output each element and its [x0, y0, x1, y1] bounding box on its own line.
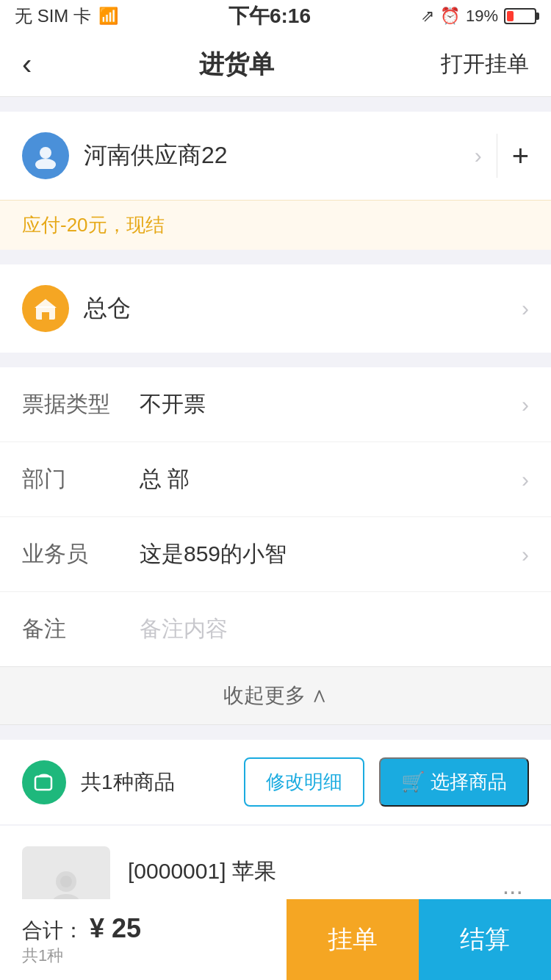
add-button[interactable]: + — [512, 140, 529, 173]
divider — [497, 134, 497, 178]
status-right: ⇗ ⏰ 19% — [421, 7, 536, 26]
select-product-label: 选择商品 — [431, 769, 507, 795]
gap-3 — [0, 353, 551, 367]
salesperson-value: 这是859的小智 — [140, 539, 522, 569]
department-row[interactable]: 部门 总 部 › — [0, 442, 551, 517]
avatar — [22, 132, 69, 179]
svg-point-8 — [60, 876, 72, 887]
hang-label: 挂单 — [328, 923, 378, 956]
checkout-label: 结算 — [460, 923, 510, 956]
carrier-label: 无 SIM 卡 — [15, 4, 91, 28]
svg-rect-5 — [35, 777, 51, 790]
invoice-type-row[interactable]: 票据类型 不开票 › — [0, 367, 551, 442]
form-section: 票据类型 不开票 › 部门 总 部 › 业务员 这是859的小智 › 备注 备注… — [0, 367, 551, 666]
status-bar: 无 SIM 卡 📶 下午6:16 ⇗ ⏰ 19% — [0, 0, 551, 32]
gap-4 — [0, 725, 551, 740]
chevron-right-icon: › — [522, 296, 529, 321]
chevron-right-icon: › — [522, 542, 529, 567]
warehouse-section: 总仓 › — [0, 264, 551, 353]
invoice-type-value: 不开票 — [140, 389, 522, 419]
alert-bar: 应付-20元，现结 — [0, 200, 551, 250]
checkout-button[interactable]: 结算 — [419, 899, 551, 980]
wifi-icon: 📶 — [98, 7, 118, 26]
salesperson-label: 业务员 — [22, 539, 140, 569]
battery-icon — [504, 8, 536, 24]
cart-icon: 🛒 — [401, 771, 425, 793]
status-left: 无 SIM 卡 📶 — [15, 4, 118, 28]
warehouse-icon — [22, 285, 69, 332]
collapse-label: 收起更多 ∧ — [223, 682, 328, 710]
alert-text: 应付-20元，现结 — [22, 214, 165, 236]
department-value: 总 部 — [140, 464, 522, 494]
remark-row[interactable]: 备注 备注内容 — [0, 592, 551, 666]
page-title: 进货单 — [199, 48, 274, 82]
product-count-text: 共1种商品 — [81, 768, 229, 796]
supplier-row[interactable]: 河南供应商22 › + — [0, 112, 551, 200]
total-amount: ¥ 25 — [90, 913, 141, 944]
nav-bar: ‹ 进货单 打开挂单 — [0, 32, 551, 97]
product-title: 苹果 — [232, 859, 276, 883]
svg-point-1 — [35, 159, 56, 169]
back-button[interactable]: ‹ — [22, 48, 32, 81]
gap-2 — [0, 250, 551, 264]
battery-label: 19% — [466, 7, 498, 26]
gap-1 — [0, 97, 551, 112]
time-label: 下午6:16 — [228, 2, 311, 30]
supplier-section: 河南供应商22 › + 应付-20元，现结 — [0, 112, 551, 250]
salesperson-row[interactable]: 业务员 这是859的小智 › — [0, 517, 551, 592]
total-sub: 共1种 — [22, 945, 264, 967]
location-icon: ⇗ — [421, 7, 434, 26]
total-label: 合计： — [22, 917, 84, 945]
svg-marker-3 — [35, 299, 57, 308]
collapse-bar[interactable]: 收起更多 ∧ — [0, 666, 551, 725]
invoice-type-label: 票据类型 — [22, 389, 140, 419]
warehouse-name: 总仓 — [84, 292, 522, 325]
hang-button[interactable]: 挂单 — [287, 899, 419, 980]
warehouse-row[interactable]: 总仓 › — [0, 264, 551, 353]
svg-point-0 — [40, 147, 51, 159]
department-label: 部门 — [22, 464, 140, 494]
svg-rect-4 — [42, 312, 49, 320]
bottom-bar: 合计： ¥ 25 共1种 挂单 结算 — [0, 899, 551, 980]
open-hang-button[interactable]: 打开挂单 — [441, 49, 529, 79]
remark-label: 备注 — [22, 614, 140, 644]
alarm-icon: ⏰ — [440, 7, 460, 26]
remark-value[interactable]: 备注内容 — [140, 614, 529, 644]
chevron-right-icon: › — [475, 143, 482, 168]
chevron-right-icon: › — [522, 392, 529, 417]
supplier-name: 河南供应商22 — [84, 140, 475, 172]
total-section: 合计： ¥ 25 共1种 — [0, 899, 287, 980]
product-count-icon — [22, 760, 66, 804]
product-name: [0000001] 苹果 — [128, 857, 479, 887]
product-header: 共1种商品 修改明细 🛒 选择商品 — [0, 740, 551, 824]
select-product-button[interactable]: 🛒 选择商品 — [379, 757, 529, 807]
edit-detail-button[interactable]: 修改明细 — [244, 757, 364, 807]
chevron-right-icon: › — [522, 467, 529, 492]
product-code: [0000001] — [128, 859, 232, 883]
